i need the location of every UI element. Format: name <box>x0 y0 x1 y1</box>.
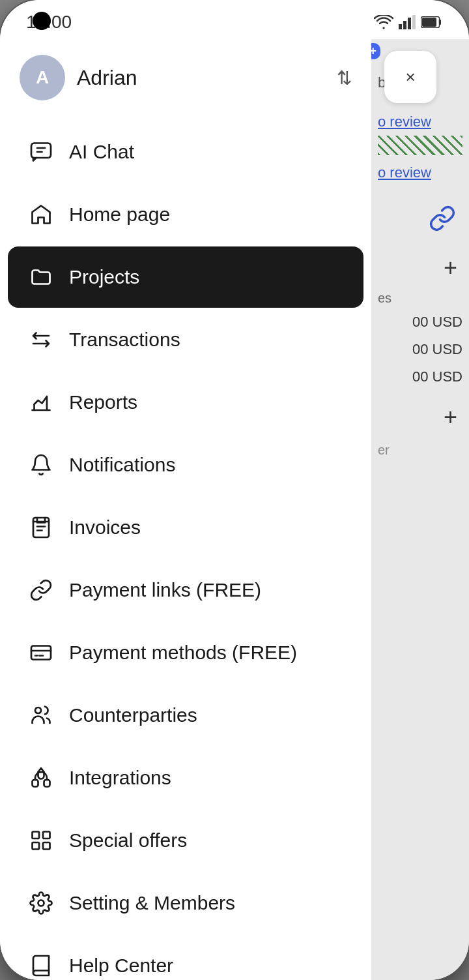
nav-label-transactions: Transactions <box>69 329 180 351</box>
invoices-icon <box>27 514 55 541</box>
svg-rect-15 <box>43 842 50 850</box>
review-link-2[interactable]: o review <box>378 164 431 181</box>
svg-rect-14 <box>33 842 40 850</box>
nav-label-notifications: Notifications <box>69 454 175 476</box>
book-icon <box>27 952 55 979</box>
signal-icon <box>399 15 416 29</box>
grid-icon <box>27 827 55 854</box>
phone-frame: 10:00 <box>0 0 469 980</box>
user-header[interactable]: A Adrian ⇅ <box>0 39 371 120</box>
review-link-1[interactable]: o review <box>378 113 431 130</box>
bell-icon <box>27 451 55 479</box>
reports-icon <box>27 389 55 416</box>
svg-rect-12 <box>33 832 40 839</box>
right-panel-body: ber ▼ o review o review <box>371 61 469 476</box>
status-bar: 10:00 <box>0 0 469 39</box>
nav-label-help: Help Center <box>69 955 173 977</box>
nav-label-payment-methods: Payment methods (FREE) <box>69 642 297 664</box>
svg-point-16 <box>38 900 44 906</box>
nav-label-integrations: Integrations <box>69 767 171 789</box>
nav-item-invoices[interactable]: Invoices <box>8 497 363 558</box>
nav-label-invoices: Invoices <box>69 516 141 539</box>
link-action-icon[interactable] <box>429 205 456 232</box>
amount-1: 00 USD <box>378 308 462 336</box>
nav-label-projects: Projects <box>69 266 139 288</box>
avatar: A <box>20 55 65 100</box>
nav-item-home[interactable]: Home page <box>8 184 363 245</box>
nav-item-notifications[interactable]: Notifications <box>8 434 363 496</box>
svg-rect-0 <box>399 24 402 29</box>
home-icon <box>27 201 55 228</box>
nav-item-integrations[interactable]: Integrations <box>8 747 363 809</box>
nav-label-payment-links: Payment links (FREE) <box>69 579 261 601</box>
nav-item-help[interactable]: Help Center <box>8 935 363 980</box>
svg-rect-10 <box>33 780 38 787</box>
svg-rect-13 <box>43 832 50 839</box>
svg-point-9 <box>35 707 41 713</box>
svg-rect-8 <box>31 646 51 660</box>
amount-2: 00 USD <box>378 336 462 363</box>
amount-label-1: es <box>378 288 462 308</box>
nav-item-special-offers[interactable]: Special offers <box>8 810 363 871</box>
svg-rect-7 <box>33 518 49 537</box>
nav-item-payment-links[interactable]: Payment links (FREE) <box>8 559 363 621</box>
svg-rect-5 <box>422 18 436 27</box>
gear-icon <box>27 889 55 917</box>
amount-3: 00 USD <box>378 363 462 391</box>
svg-rect-1 <box>403 21 406 29</box>
phone-screen: 10:00 <box>0 0 469 980</box>
nav-item-payment-methods[interactable]: Payment methods (FREE) <box>8 622 363 683</box>
user-name: Adrian <box>77 66 137 90</box>
nav-label-counterparties: Counterparties <box>69 704 197 726</box>
wifi-icon <box>374 15 393 29</box>
chat-icon <box>27 138 55 166</box>
nav-item-transactions[interactable]: Transactions <box>8 309 363 370</box>
nav-label-reports: Reports <box>69 391 137 413</box>
right-panel: × 99+ ber ▼ o review <box>371 39 469 980</box>
close-icon: × <box>405 67 415 87</box>
user-info: A Adrian <box>20 55 137 100</box>
svg-rect-2 <box>408 18 411 29</box>
svg-rect-6 <box>31 143 51 158</box>
nav-label-home: Home page <box>69 203 170 226</box>
notification-badge: 99+ <box>371 43 380 59</box>
nav-item-counterparties[interactable]: Counterparties <box>8 685 363 746</box>
account-switcher-icon[interactable]: ⇅ <box>337 67 352 89</box>
card-icon <box>27 639 55 666</box>
svg-rect-3 <box>412 15 416 29</box>
nav-label-special-offers: Special offers <box>69 829 187 852</box>
strikethrough-area <box>378 136 462 155</box>
add-button-1[interactable]: + <box>378 248 462 288</box>
add-button-2[interactable]: + <box>378 397 462 438</box>
nav-label-ai-chat: AI Chat <box>69 141 134 163</box>
camera-notch <box>33 12 51 30</box>
nav-item-ai-chat[interactable]: AI Chat <box>8 121 363 183</box>
svg-rect-11 <box>44 780 50 787</box>
integrations-icon <box>27 764 55 792</box>
transactions-icon <box>27 326 55 353</box>
status-icons <box>374 15 443 29</box>
battery-icon <box>421 16 443 28</box>
folder-icon <box>27 263 55 291</box>
navigation-drawer: A Adrian ⇅ AI Chat <box>0 39 371 980</box>
er-label: er <box>378 438 462 463</box>
nav-item-projects[interactable]: Projects <box>8 246 363 308</box>
nav-label-settings: Setting & Members <box>69 892 235 914</box>
nav-item-settings[interactable]: Setting & Members <box>8 872 363 934</box>
close-button[interactable]: × <box>384 51 436 103</box>
nav-item-reports[interactable]: Reports <box>8 372 363 433</box>
screen-content: A Adrian ⇅ AI Chat <box>0 39 469 980</box>
people-icon <box>27 702 55 729</box>
link-icon <box>27 576 55 604</box>
